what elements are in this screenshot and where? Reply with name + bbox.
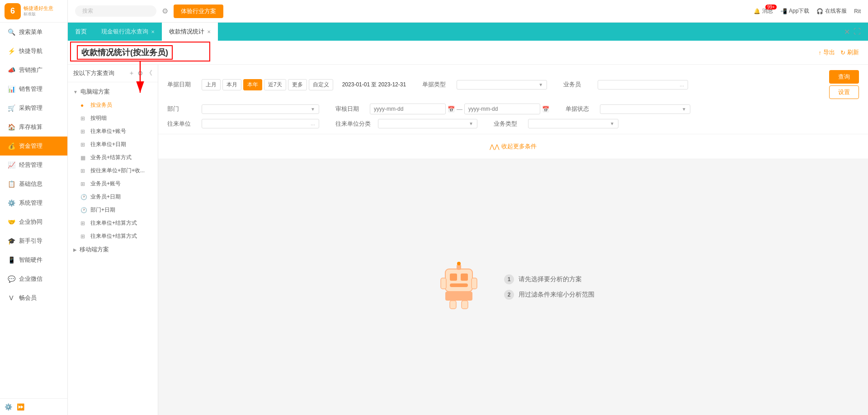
sales-payment-icon: ▦ xyxy=(80,155,88,161)
filter-row-3: 往来单位 … 往来单位分类 ▼ 业务类型 xyxy=(167,119,859,128)
headset-icon: 🎧 xyxy=(816,8,823,14)
desktop-group-header[interactable]: ▼ 电脑端方案 xyxy=(68,85,158,99)
left-panel-title: 按以下方案查询 xyxy=(73,69,114,77)
sidebar-item-corp[interactable]: 🤝 企业协同 xyxy=(0,212,67,231)
sidebar-item-finance[interactable]: 💰 资金管理 xyxy=(0,137,67,156)
query-button[interactable]: 查询 xyxy=(829,70,859,84)
collapse-panel-icon[interactable]: 《 xyxy=(146,69,152,77)
add-scheme-icon[interactable]: ＋ xyxy=(128,69,135,77)
unit-payment2-icon: ⊞ xyxy=(80,233,88,240)
logo-text: 畅捷通好生意 xyxy=(24,5,53,11)
scheme-sales-date[interactable]: 🕐 业务员+日期 xyxy=(68,190,158,203)
mobile-group-expand-icon: ▶ xyxy=(73,247,77,252)
business-type-select[interactable]: ▼ xyxy=(528,119,618,128)
sidebar-item-basic[interactable]: 📋 基础信息 xyxy=(0,174,67,193)
tab-bank-close-icon[interactable]: ✕ xyxy=(151,29,155,34)
scheme-by-salesperson[interactable]: ● 按业务员 xyxy=(68,99,158,112)
export-button[interactable]: ↑ 导出 xyxy=(819,48,835,57)
voucher-type-label: 单据类型 xyxy=(422,80,449,89)
page-actions: ↑ 导出 ↻ 刷新 xyxy=(819,48,859,57)
review-date-end-input[interactable] xyxy=(464,104,540,114)
export-icon: ↑ xyxy=(819,49,822,56)
desktop-group: ▼ 电脑端方案 ● 按业务员 ⊞ 按明细 ⊞ 往来单位+账号 xyxy=(68,85,158,243)
scheme-unit-account[interactable]: ⊞ 往来单位+账号 xyxy=(68,125,158,138)
topbar-search-box[interactable]: 搜索 xyxy=(75,5,156,17)
date-btn-this-year[interactable]: 本年 xyxy=(243,79,262,90)
filter-row-1: 单据日期 上月 本月 本年 近7天 更多 自定义 2023-01-01 至 20… xyxy=(167,70,859,99)
sidebar-item-system[interactable]: ⚙️ 系统管理 xyxy=(0,193,67,212)
date-btn-last-month[interactable]: 上月 xyxy=(202,79,221,90)
window-controls: ✕ ⛶ xyxy=(837,28,868,36)
voucher-type-arrow-icon: ▼ xyxy=(538,82,543,87)
sidebar-item-inventory[interactable]: 🏠 库存核算 xyxy=(0,118,67,137)
bell-icon: 🔔 xyxy=(754,8,760,14)
mobile-group-header[interactable]: ▶ 移动端方案 xyxy=(68,243,158,256)
right-panel: 单据日期 上月 本月 本年 近7天 更多 自定义 2023-01-01 至 20… xyxy=(158,65,868,415)
refresh-button[interactable]: ↻ 刷新 xyxy=(840,48,859,57)
salesperson-scheme-icon: ● xyxy=(80,102,88,108)
sidebar-item-member[interactable]: V 畅会员 xyxy=(0,288,67,307)
window-close-icon[interactable]: ✕ xyxy=(844,28,850,36)
date-btn-more[interactable]: 更多 xyxy=(288,79,307,90)
message-button[interactable]: 🔔 消息 99+ xyxy=(754,7,773,15)
sidebar-item-guide[interactable]: 🎓 新手引导 xyxy=(0,231,67,250)
svg-point-5 xyxy=(457,262,461,265)
main-area: 搜索 ⚙ 体验行业方案 🔔 消息 99+ 📲 App下载 🎧 在线客服 Rit xyxy=(68,0,868,415)
sidebar-item-wechat[interactable]: 💬 企业微信 xyxy=(0,269,67,288)
collapse-button[interactable]: ⋀⋀ 收起更多条件 xyxy=(482,140,544,153)
set-button[interactable]: 设置 xyxy=(829,85,859,99)
scheme-sales-payment[interactable]: ▦ 业务员+结算方式 xyxy=(68,151,158,164)
trial-button[interactable]: 体验行业方案 xyxy=(174,5,223,18)
tab-receipt-close-icon[interactable]: ✕ xyxy=(207,29,211,34)
data-area: 1 请先选择要分析的方案 2 用过滤条件来缩小分析范围 xyxy=(158,159,868,415)
tab-bank[interactable]: 现金银行流水查询 ✕ xyxy=(94,23,162,41)
settings-footer-icon[interactable]: ⚙️ xyxy=(5,403,12,410)
date-btn-this-month[interactable]: 本月 xyxy=(222,79,241,90)
calendar-start-icon[interactable]: 📅 xyxy=(448,106,455,113)
app-download-button[interactable]: 📲 App下载 xyxy=(780,7,809,15)
sidebar-item-purchase[interactable]: 🛒 采购管理 xyxy=(0,99,67,118)
scheme-unit-payment2[interactable]: ⊞ 往来单位+结算方式 xyxy=(68,230,158,243)
voucher-type-select[interactable]: ▼ xyxy=(457,80,547,90)
logo-badge: 标准版 xyxy=(24,11,53,17)
tab-receipt[interactable]: 收款情况统计 ✕ xyxy=(162,23,218,41)
sidebar-item-marketing[interactable]: 📣 营销推广 xyxy=(0,61,67,80)
settings-scheme-icon[interactable]: ⚙ xyxy=(137,70,143,77)
dept-select[interactable]: ▼ xyxy=(202,104,319,114)
sidebar-item-sales[interactable]: 📊 销售管理 xyxy=(0,80,67,99)
date-button-group: 上月 本月 本年 近7天 更多 自定义 xyxy=(202,79,333,90)
date-filter-label: 单据日期 xyxy=(167,80,194,89)
sidebar-item-search[interactable]: 🔍 搜索菜单 xyxy=(0,23,67,42)
svg-rect-6 xyxy=(441,278,446,289)
unit-dept-collect-icon: ⊞ xyxy=(80,168,88,174)
unit-select[interactable]: … xyxy=(202,119,319,128)
sidebar-item-quicknav[interactable]: ⚡ 快捷导航 xyxy=(0,42,67,61)
date-btn-7days[interactable]: 近7天 xyxy=(264,79,286,90)
review-date-group: 📅 — 📅 xyxy=(370,104,549,114)
empty-step-2: 2 用过滤条件来缩小分析范围 xyxy=(504,290,594,300)
collapse-footer-icon[interactable]: ⏩ xyxy=(17,403,24,410)
tab-home[interactable]: 首页 xyxy=(68,23,94,41)
window-maximize-icon[interactable]: ⛶ xyxy=(854,28,861,36)
salesperson-select[interactable]: … xyxy=(598,80,688,90)
scheme-unit-date[interactable]: ⊞ 往来单位+日期 xyxy=(68,138,158,151)
calendar-end-icon[interactable]: 📅 xyxy=(542,106,549,113)
dept-label: 部门 xyxy=(167,105,194,113)
user-menu[interactable]: Rit xyxy=(854,8,861,14)
scheme-sales-account[interactable]: ⊞ 业务员+账号 xyxy=(68,177,158,190)
sidebar-item-hardware[interactable]: 📱 智能硬件 xyxy=(0,250,67,269)
voucher-status-label: 单据状态 xyxy=(566,105,593,113)
scheme-unit-dept-collect[interactable]: ⊞ 按往来单位+部门+收... xyxy=(68,164,158,177)
scheme-dept-date[interactable]: 🕐 部门+日期 xyxy=(68,203,158,217)
tab-bar: 首页 现金银行流水查询 ✕ 收款情况统计 ✕ ✕ ⛶ xyxy=(68,23,868,41)
topbar-gear-icon[interactable]: ⚙ xyxy=(162,7,168,15)
unit-category-select[interactable]: ▼ xyxy=(378,119,477,128)
scheme-by-detail[interactable]: ⊞ 按明细 xyxy=(68,112,158,125)
sidebar-item-operations[interactable]: 📈 经营管理 xyxy=(0,156,67,174)
online-service-button[interactable]: 🎧 在线客服 xyxy=(816,7,847,15)
voucher-status-select[interactable]: ▼ xyxy=(600,104,690,114)
page-header: 收款情况统计(按业务员) ↑ 导出 ↻ 刷新 xyxy=(68,41,868,65)
review-date-start-input[interactable] xyxy=(370,104,446,114)
scheme-unit-payment1[interactable]: ⊞ 往来单位+结算方式 xyxy=(68,217,158,230)
date-btn-custom[interactable]: 自定义 xyxy=(309,79,333,90)
